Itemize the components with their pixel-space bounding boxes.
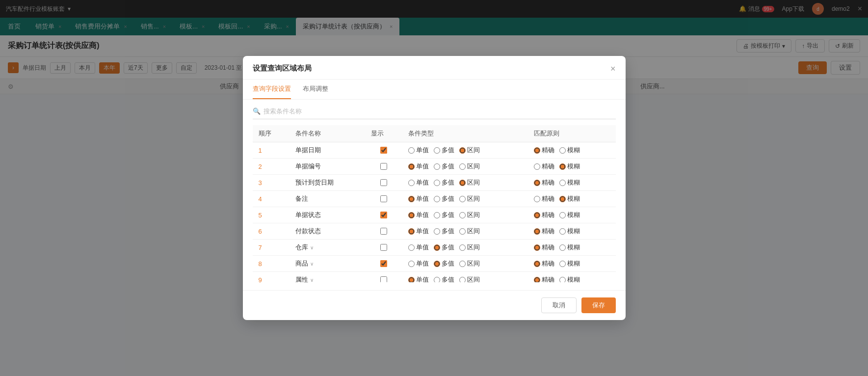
modal-title: 设置查询区域布局 — [253, 64, 312, 73]
modal-close-button[interactable]: × — [610, 64, 616, 73]
modal-tabs: 查询字段设置 布局调整 — [243, 80, 626, 94]
settings-modal: 设置查询区域布局 × 查询字段设置 布局调整 🔍 顺序 条件名称 显示 条件类型 — [243, 56, 626, 94]
modal-tab-field-settings[interactable]: 查询字段设置 — [253, 80, 291, 94]
modal-tab-layout-adjust[interactable]: 布局调整 — [303, 80, 328, 94]
modal-header: 设置查询区域布局 × — [243, 56, 626, 80]
